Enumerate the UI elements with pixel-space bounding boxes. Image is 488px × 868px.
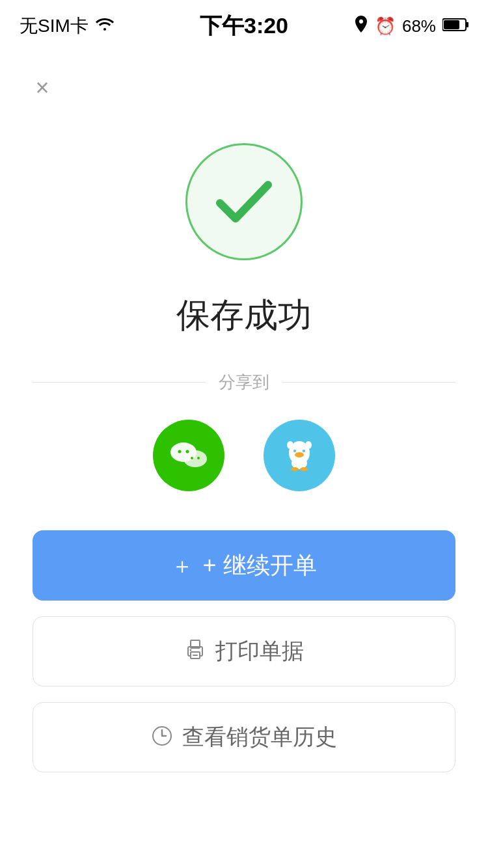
success-circle: [185, 143, 303, 260]
checkmark-icon: [215, 178, 273, 225]
print-button[interactable]: 打印单据: [33, 616, 455, 686]
svg-point-14: [295, 452, 304, 457]
svg-rect-2: [444, 20, 459, 29]
status-right: ⏰ 68%: [354, 16, 468, 37]
print-icon: [184, 639, 206, 664]
close-button[interactable]: ×: [26, 72, 59, 104]
svg-point-6: [185, 450, 189, 453]
share-section: 分享到: [33, 371, 455, 491]
svg-point-16: [291, 467, 299, 471]
wechat-icon: [168, 438, 210, 474]
main-content: 保存成功 分享到: [0, 111, 488, 868]
history-label: 查看销货单历史: [182, 722, 337, 752]
location-icon: [354, 16, 368, 37]
success-icon-wrap: [185, 143, 303, 260]
status-left: 无SIM卡: [20, 14, 115, 38]
divider-left: [33, 382, 206, 383]
success-title: 保存成功: [176, 293, 312, 338]
svg-point-24: [190, 649, 192, 651]
carrier-label: 无SIM卡: [20, 14, 88, 38]
svg-point-8: [197, 457, 200, 459]
history-icon: [151, 725, 173, 750]
action-buttons: ＋ + 继续开单 打印单据 查看销货单: [33, 530, 455, 772]
alarm-icon: ⏰: [375, 16, 396, 36]
status-bar: 无SIM卡 下午3:20 ⏰ 68%: [0, 0, 488, 52]
continue-label: + 继续开单: [202, 550, 316, 582]
svg-rect-1: [466, 22, 468, 27]
share-divider: 分享到: [33, 371, 455, 394]
svg-point-12: [293, 450, 296, 452]
close-btn-wrap: ×: [0, 52, 488, 111]
continue-order-button[interactable]: ＋ + 继续开单: [33, 530, 455, 601]
history-button[interactable]: 查看销货单历史: [33, 702, 455, 772]
wifi-icon: [95, 16, 115, 36]
status-time: 下午3:20: [200, 11, 288, 41]
qq-icon: [278, 435, 321, 477]
battery-label: 68%: [402, 16, 436, 36]
svg-point-5: [178, 450, 181, 453]
svg-point-7: [191, 457, 193, 459]
share-icons: [33, 420, 455, 491]
battery-icon: [442, 16, 468, 36]
share-qq-button[interactable]: [264, 420, 335, 491]
share-label: 分享到: [219, 371, 269, 394]
continue-icon: ＋: [171, 554, 193, 576]
svg-point-17: [300, 467, 308, 471]
svg-point-19: [305, 441, 312, 449]
print-label: 打印单据: [215, 636, 304, 666]
share-wechat-button[interactable]: [153, 420, 224, 491]
svg-point-18: [287, 441, 293, 449]
divider-right: [282, 382, 455, 383]
svg-rect-23: [193, 655, 198, 656]
svg-point-13: [303, 450, 305, 452]
